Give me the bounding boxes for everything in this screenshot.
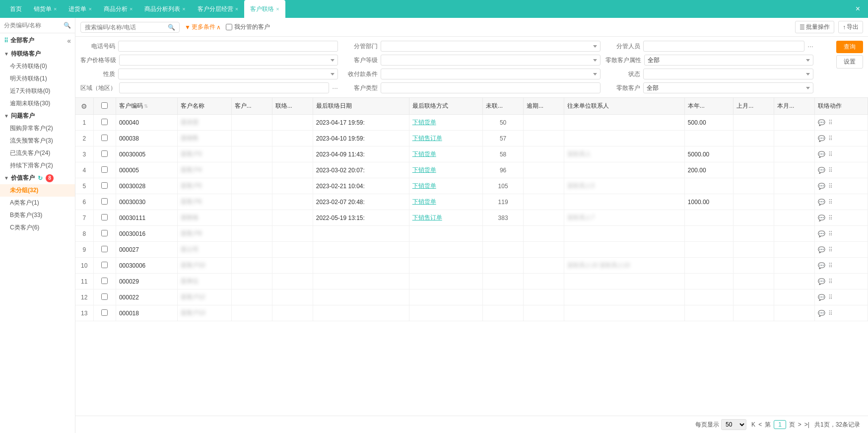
row-checkbox[interactable] [93, 258, 116, 274]
row-last-contact-method[interactable] [409, 274, 482, 289]
row-select-checkbox[interactable] [101, 198, 108, 205]
sidebar-collapse-icon[interactable]: « [67, 37, 71, 45]
row-select-checkbox[interactable] [101, 214, 108, 220]
sidebar-item-declining[interactable]: 持续下滑客户(2) [0, 159, 75, 172]
sidebar-item-class-b[interactable]: B类客户(33) [0, 209, 75, 221]
sidebar-item-7days[interactable]: 近7天待联络(0) [0, 85, 75, 97]
row-select-checkbox[interactable] [101, 246, 108, 252]
filter-retail-attr-select[interactable]: 全部 [644, 55, 813, 66]
tab-home[interactable]: 首页 [4, 0, 28, 18]
action-message-icon[interactable]: 💬 [818, 199, 825, 206]
action-message-icon[interactable]: 💬 [818, 230, 825, 237]
action-more-icon[interactable]: ⠿ [828, 310, 833, 317]
sidebar-search-input[interactable] [4, 22, 62, 29]
reset-button[interactable]: 设置 [836, 55, 863, 69]
col-year-header[interactable]: 本年... [684, 98, 733, 115]
sidebar-group-pending[interactable]: ▼ 待联络客户 [0, 48, 75, 60]
sidebar-item-ungroup[interactable]: 未分组(32) [0, 184, 75, 197]
row-last-contact-method[interactable]: 下销货单 [409, 162, 482, 178]
filter-manager-dots[interactable]: ··· [807, 42, 813, 50]
row-checkbox[interactable] [93, 226, 116, 242]
row-last-contact-method[interactable] [409, 226, 482, 242]
next-page-btn[interactable]: > [798, 421, 801, 428]
action-more-icon[interactable]: ⠿ [828, 119, 833, 126]
sidebar-group-problem[interactable]: ▼ 问题客户 [0, 110, 75, 122]
col-last-month-header[interactable]: 上月... [734, 98, 774, 115]
action-message-icon[interactable]: 💬 [818, 183, 825, 190]
col-overdue-header[interactable]: 逾期... [524, 98, 564, 115]
row-select-checkbox[interactable] [101, 182, 108, 189]
action-more-icon[interactable]: ⠿ [828, 135, 833, 142]
action-message-icon[interactable]: 💬 [818, 215, 825, 221]
filter-more-btn[interactable]: ▼ 更多条件 ∧ [185, 23, 221, 31]
row-select-checkbox[interactable] [101, 166, 108, 173]
action-more-icon[interactable]: ⠿ [828, 262, 833, 269]
tab-customer-tier-close[interactable]: × [235, 6, 238, 12]
last-page-btn[interactable]: >| [804, 421, 809, 428]
prev-page-btn[interactable]: < [758, 421, 762, 428]
filter-price-level-select[interactable] [119, 55, 338, 66]
tab-sales-close[interactable]: × [54, 6, 57, 12]
row-last-contact-method[interactable] [409, 258, 482, 274]
query-button[interactable]: 查询 [836, 41, 863, 53]
batch-ops-button[interactable]: ☰ 批量操作 [795, 21, 834, 33]
action-message-icon[interactable]: 💬 [818, 262, 825, 269]
tab-product-analysis[interactable]: 商品分析 × [98, 0, 138, 18]
sidebar-item-class-c[interactable]: C类客户(6) [0, 221, 75, 234]
tab-product-analysis-close[interactable]: × [130, 6, 133, 12]
row-last-contact-method[interactable]: 下销货单 [409, 178, 482, 194]
close-all-tabs[interactable]: × [852, 4, 864, 13]
action-message-icon[interactable]: 💬 [818, 135, 825, 142]
action-more-icon[interactable]: ⠿ [828, 199, 833, 206]
sidebar-search-icon[interactable]: 🔍 [64, 22, 71, 29]
filter-region-dots[interactable]: ··· [332, 84, 338, 92]
row-checkbox[interactable] [93, 242, 116, 258]
action-message-icon[interactable]: 💬 [818, 119, 825, 126]
row-checkbox[interactable] [93, 146, 116, 162]
action-message-icon[interactable]: 💬 [818, 246, 825, 253]
col-contact-header[interactable]: 联络... [272, 98, 313, 115]
row-last-contact-method[interactable]: 下销售订单 [409, 131, 482, 146]
sidebar-item-churned[interactable]: 已流失客户(24) [0, 147, 75, 159]
row-last-contact-method[interactable] [409, 289, 482, 305]
col-last-date-header[interactable]: 最后联络日期 [313, 98, 409, 115]
settings-icon[interactable]: ⚙ [81, 102, 87, 110]
row-checkbox[interactable] [93, 305, 116, 321]
filter-status-select[interactable] [643, 69, 813, 79]
export-button[interactable]: ↑ 导出 [838, 21, 863, 33]
value-refresh-icon[interactable]: ↻ [38, 175, 43, 182]
sidebar-item-overdue[interactable]: 逾期未联络(30) [0, 97, 75, 110]
row-checkbox[interactable] [93, 115, 116, 131]
col-ctype-header[interactable]: 客户... [231, 98, 272, 115]
row-select-checkbox[interactable] [101, 135, 108, 141]
tab-sales[interactable]: 销货单 × [28, 0, 63, 18]
sidebar-item-hoarding[interactable]: 囤购异常客户(2) [0, 122, 75, 135]
sidebar-item-tomorrow[interactable]: 明天待联络(1) [0, 72, 75, 85]
row-checkbox[interactable] [93, 131, 116, 146]
tab-product-list[interactable]: 商品分析列表 × [138, 0, 191, 18]
row-select-checkbox[interactable] [101, 309, 108, 316]
action-more-icon[interactable]: ⠿ [828, 230, 833, 237]
row-last-contact-method[interactable]: 下销货单 [409, 146, 482, 162]
row-last-contact-method[interactable]: 下销货单 [409, 115, 482, 131]
tab-customer-tier[interactable]: 客户分层经营 × [192, 0, 244, 18]
col-code-sort[interactable]: 客户编码 ⇅ [119, 102, 174, 110]
row-select-checkbox[interactable] [101, 119, 108, 125]
row-checkbox[interactable] [93, 194, 116, 210]
my-customers-checkbox[interactable] [226, 24, 232, 30]
filter-manager-input[interactable] [643, 41, 804, 52]
row-select-checkbox[interactable] [101, 262, 108, 268]
filter-dept-select[interactable] [381, 41, 601, 52]
action-more-icon[interactable]: ⠿ [828, 278, 833, 285]
action-more-icon[interactable]: ⠿ [828, 246, 833, 253]
row-select-checkbox[interactable] [101, 293, 108, 300]
tab-customer-contact[interactable]: 客户联络 × [244, 0, 285, 18]
row-select-checkbox[interactable] [101, 150, 108, 157]
col-company-contact-header[interactable]: 往来单位联系人 [564, 98, 685, 115]
row-last-contact-method[interactable]: 下销售订单 [409, 210, 482, 226]
col-last-method-header[interactable]: 最后联络方式 [409, 98, 482, 115]
search-input[interactable] [85, 24, 166, 31]
action-more-icon[interactable]: ⠿ [828, 294, 833, 301]
sidebar-item-churn-warning[interactable]: 流失预警客户(3) [0, 135, 75, 147]
first-page-btn[interactable]: K [751, 421, 755, 428]
